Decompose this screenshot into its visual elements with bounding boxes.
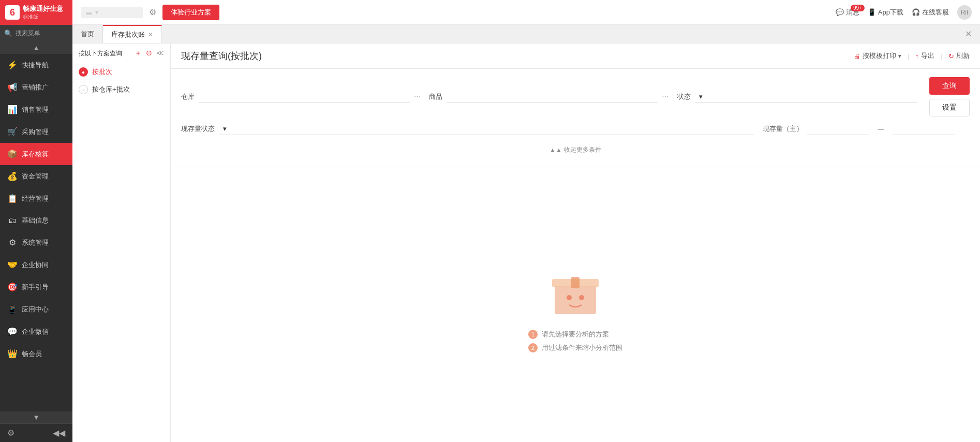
enterprise-icon: 🤝 — [7, 260, 18, 270]
settings-button[interactable]: 设置 — [929, 99, 970, 116]
inventory-status-label: 现存量状态 — [181, 124, 215, 134]
inventory-status-chevron: ▾ — [223, 125, 227, 132]
sidebar-item-label: 库存核算 — [22, 150, 49, 159]
online-service-button[interactable]: 🎧 在线客服 — [912, 8, 949, 17]
sales-icon: 📊 — [7, 105, 18, 114]
sidebar-item-apps[interactable]: 📱 应用中心 — [0, 298, 72, 320]
refresh-button[interactable]: ↻ 刷新 — [948, 51, 970, 61]
sidebar-item-members[interactable]: 👑 畅会员 — [0, 343, 72, 365]
app-download-label: App下载 — [878, 8, 903, 17]
svg-rect-2 — [571, 277, 580, 288]
sidebar-item-basic[interactable]: 🗂 基础信息 — [0, 210, 72, 231]
sidebar-item-inventory[interactable]: 📦 库存核算 — [0, 143, 72, 165]
print-icon: 🖨 — [854, 52, 860, 60]
export-button[interactable]: ↑ 导出 — [915, 51, 934, 61]
scroll-down-button[interactable]: ▼ — [0, 411, 72, 423]
plan-item-warehouse-batch[interactable]: ○ 按仓库+批次 — [72, 81, 170, 98]
sidebar-item-system[interactable]: ⚙ 系统管理 — [0, 231, 72, 254]
sidebar-item-operations[interactable]: 📋 经营管理 — [0, 187, 72, 210]
experience-button[interactable]: 体验行业方案 — [162, 5, 219, 20]
settings-plan-icon[interactable]: ⊙ — [146, 49, 152, 58]
tab-home-label: 首页 — [81, 30, 94, 39]
topbar-left: ▬ ▾ ⚙ 体验行业方案 — [81, 5, 219, 20]
sidebar-item-sales[interactable]: 📊 销售管理 — [0, 98, 72, 121]
inventory-status-dropdown[interactable]: ▾ — [219, 123, 754, 135]
status-label: 状态 — [677, 92, 691, 101]
filter-inventory-status: 现存量状态 ▾ — [181, 123, 754, 135]
sidebar-item-finance[interactable]: 💰 资金管理 — [0, 165, 72, 187]
app-subtitle: 标准版 — [23, 13, 63, 21]
topbar-gear-icon[interactable]: ⚙ — [149, 7, 156, 17]
collapse-panel-icon[interactable]: ≪ — [156, 49, 164, 58]
filter-goods: 商品 ··· — [429, 91, 669, 103]
sidebar-item-label: 畅会员 — [22, 349, 42, 359]
filter-area: 仓库 ··· 商品 ··· 状态 ▾ — [171, 69, 980, 167]
filter-row-2: 现存量状态 ▾ 现存量（主） — — [181, 123, 970, 135]
warehouse-input[interactable] — [199, 91, 410, 103]
collapse-more-row[interactable]: ▲▲ 收起更多条件 — [181, 141, 970, 158]
messages-button[interactable]: 💬 消息 99+ — [836, 8, 859, 17]
svg-point-4 — [579, 295, 584, 300]
sidebar-item-newbie[interactable]: 🎯 新手引导 — [0, 276, 72, 298]
goods-label: 商品 — [429, 92, 442, 101]
topbar-search-area[interactable]: ▬ ▾ — [81, 7, 143, 18]
sidebar-item-label: 基础信息 — [22, 216, 49, 225]
right-panel: 现存量查询(按批次) 🖨 按模板打印 ▾ | ↑ 导出 | ↻ — [171, 43, 980, 442]
print-button[interactable]: 🖨 按模板打印 ▾ — [854, 51, 901, 61]
app-download-button[interactable]: 📱 App下载 — [868, 8, 903, 17]
sidebar-item-wechat[interactable]: 💬 企业微信 — [0, 320, 72, 343]
sidebar-header: 6 畅康通好生意 标准版 — [0, 0, 72, 25]
warehouse-dots-icon[interactable]: ··· — [414, 92, 421, 101]
sidebar-item-label: 营销推广 — [22, 83, 49, 92]
page-title: 现存量查询(按批次) — [181, 50, 262, 62]
query-button[interactable]: 查询 — [929, 77, 970, 95]
plan-item-batch[interactable]: ● 按批次 — [72, 63, 170, 81]
sidebar-item-marketing[interactable]: 📢 营销推广 — [0, 76, 72, 98]
print-dropdown-icon[interactable]: ▾ — [898, 53, 901, 60]
collapse-sidebar-icon[interactable]: ◀◀ — [53, 428, 65, 438]
left-panel: 按以下方案查询 ＋ ⊙ ≪ ● 按批次 ○ 按仓库+批次 — [72, 43, 171, 442]
status-dropdown[interactable]: ▾ — [695, 91, 917, 103]
export-label: 导出 — [921, 51, 934, 61]
sidebar-item-quick-nav[interactable]: ⚡ 快捷导航 — [0, 54, 72, 76]
user-menu[interactable]: Rit — [957, 5, 972, 20]
sidebar-item-label: 经营管理 — [22, 194, 49, 203]
sidebar: 6 畅康通好生意 标准版 🔍 搜索菜单 ▲ ⚡ 快捷导航 📢 营销推广 📊 销售… — [0, 0, 72, 442]
filter-query-actions: 查询 设置 — [929, 77, 970, 116]
tab-inventory-batch[interactable]: 库存批次账 ✕ — [103, 25, 162, 43]
sidebar-item-label: 企业微信 — [22, 327, 49, 336]
goods-dots-icon[interactable]: ··· — [662, 92, 669, 101]
hint-text-1: 请先选择要分析的方案 — [542, 330, 609, 339]
print-label: 按模板打印 — [863, 51, 896, 61]
marketing-icon: 📢 — [7, 82, 18, 92]
sidebar-bottom: ⚙ ◀◀ — [0, 423, 72, 442]
quantity-to-input[interactable] — [893, 123, 955, 135]
titlebar-actions: 🖨 按模板打印 ▾ | ↑ 导出 | ↻ 刷新 — [854, 51, 970, 61]
empty-illustration — [544, 257, 606, 319]
left-panel-actions: ＋ ⊙ ≪ — [135, 49, 164, 58]
basic-icon: 🗂 — [7, 216, 18, 225]
divider2: | — [941, 52, 942, 60]
sidebar-item-label: 资金管理 — [22, 172, 49, 181]
empty-text-group: 1 请先选择要分析的方案 2 用过滤条件来缩小分析范围 — [528, 330, 622, 352]
main-area: ▬ ▾ ⚙ 体验行业方案 💬 消息 99+ 📱 App下载 🎧 在线客服 — [72, 0, 980, 442]
export-icon: ↑ — [915, 52, 919, 60]
filter-status: 状态 ▾ — [677, 91, 917, 103]
sidebar-search[interactable]: 🔍 搜索菜单 — [0, 25, 72, 42]
quantity-from-input[interactable] — [807, 123, 869, 135]
tab-close-main-icon[interactable]: ✕ — [957, 29, 980, 39]
add-plan-icon[interactable]: ＋ — [135, 49, 142, 58]
sidebar-item-enterprise[interactable]: 🤝 企业协同 — [0, 254, 72, 276]
quantity-dash: — — [873, 125, 888, 133]
scroll-up-button[interactable]: ▲ — [0, 42, 72, 54]
settings-icon[interactable]: ⚙ — [7, 428, 14, 438]
plan-label-warehouse-batch: 按仓库+批次 — [92, 85, 130, 94]
left-panel-header: 按以下方案查询 ＋ ⊙ ≪ — [72, 49, 170, 63]
app-title: 畅康通好生意 — [23, 4, 63, 13]
sidebar-item-purchase[interactable]: 🛒 采购管理 — [0, 121, 72, 143]
goods-input[interactable] — [447, 91, 658, 103]
content-area: 按以下方案查询 ＋ ⊙ ≪ ● 按批次 ○ 按仓库+批次 现存量查询(按批次) — [72, 43, 980, 442]
tab-home[interactable]: 首页 — [72, 25, 103, 43]
tab-close-icon[interactable]: ✕ — [148, 31, 153, 38]
topbar-search-dropdown: ▾ — [95, 9, 98, 16]
